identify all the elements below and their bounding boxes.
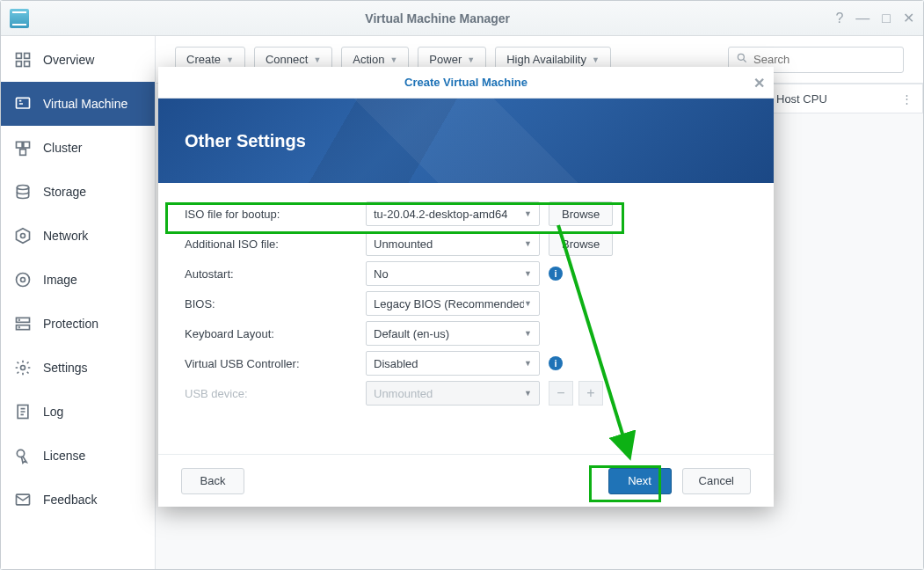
svg-rect-0 <box>17 54 22 59</box>
cluster-icon <box>13 138 33 157</box>
sidebar-item-label: Image <box>43 273 77 287</box>
chevron-down-icon: ▼ <box>313 55 321 64</box>
sidebar-item-protection[interactable]: Protection <box>1 302 155 346</box>
chevron-down-icon: ▼ <box>524 329 532 338</box>
svg-point-11 <box>21 278 25 282</box>
modal-close-icon[interactable]: ✕ <box>753 74 765 91</box>
iso-label: ISO file for bootup: <box>185 208 366 221</box>
window-title: Virtual Machine Manager <box>40 11 835 26</box>
titlebar: Virtual Machine Manager ? — □ ✕ <box>1 1 923 36</box>
iso-browse-button[interactable]: Browse <box>549 201 613 226</box>
maximize-icon[interactable]: □ <box>882 11 891 26</box>
sidebar-item-network[interactable]: Network <box>1 214 155 258</box>
autostart-select[interactable]: No ▼ <box>366 261 540 286</box>
sidebar-item-label: Virtual Machine <box>43 97 127 111</box>
host-cpu-panel[interactable]: Host CPU ⋮ <box>767 84 923 113</box>
feedback-icon <box>13 490 33 509</box>
back-button[interactable]: Back <box>181 468 244 494</box>
help-icon[interactable]: ? <box>835 11 843 26</box>
svg-rect-1 <box>25 54 30 59</box>
row-keyboard: Keyboard Layout: Default (en-us) ▼ <box>185 318 747 348</box>
autostart-label: Autostart: <box>185 267 366 281</box>
sidebar-item-virtual-machine[interactable]: Virtual Machine <box>1 82 155 126</box>
svg-point-20 <box>738 54 744 60</box>
chevron-down-icon: ▼ <box>524 359 532 368</box>
sidebar-item-settings[interactable]: Settings <box>1 346 155 390</box>
window-controls: ? — □ ✕ <box>835 11 914 26</box>
svg-point-10 <box>17 274 30 287</box>
usbdev-select: Unmounted ▼ <box>366 381 540 406</box>
chevron-down-icon: ▼ <box>524 389 532 398</box>
svg-point-18 <box>17 449 24 457</box>
right-panel: Host CPU ⋮ <box>767 84 923 113</box>
chevron-down-icon: ▼ <box>524 209 532 218</box>
cancel-button[interactable]: Cancel <box>682 468 751 494</box>
log-icon <box>13 402 33 421</box>
svg-point-15 <box>18 327 19 328</box>
create-vm-modal: Create Virtual Machine ✕ Other Settings … <box>158 67 774 507</box>
chevron-down-icon: ▼ <box>524 299 532 308</box>
network-icon <box>13 226 33 245</box>
sidebar-item-cluster[interactable]: Cluster <box>1 126 155 170</box>
sidebar-item-image[interactable]: Image <box>1 258 155 302</box>
row-usb-device: USB device: Unmounted ▼ − + <box>185 378 747 408</box>
modal-titlebar: Create Virtual Machine ✕ <box>158 67 774 99</box>
modal-form: ISO file for bootup: tu-20.04.2-desktop-… <box>158 183 774 454</box>
usb-select[interactable]: Disabled ▼ <box>366 351 540 376</box>
modal-hero: Other Settings <box>158 99 774 183</box>
usbdev-value: Unmounted <box>374 387 433 400</box>
kbd-value: Default (en-us) <box>374 327 449 340</box>
sidebar-item-overview[interactable]: Overview <box>1 38 155 82</box>
addiso-browse-button[interactable]: Browse <box>549 231 613 256</box>
svg-rect-3 <box>25 62 30 67</box>
iso-select[interactable]: tu-20.04.2-desktop-amd64 ▼ <box>366 201 540 226</box>
close-icon[interactable]: ✕ <box>903 11 914 26</box>
vm-icon <box>13 94 33 113</box>
kbd-select[interactable]: Default (en-us) ▼ <box>366 321 540 346</box>
svg-point-16 <box>21 366 25 370</box>
next-button[interactable]: Next <box>608 468 672 494</box>
kbd-label: Keyboard Layout: <box>185 327 366 340</box>
info-icon[interactable]: i <box>549 356 563 370</box>
svg-point-14 <box>18 319 19 320</box>
row-autostart: Autostart: No ▼ i <box>185 259 747 289</box>
chevron-down-icon: ▼ <box>226 55 234 64</box>
svg-rect-2 <box>17 62 22 67</box>
usb-label: Virtual USB Controller: <box>185 357 366 370</box>
svg-point-8 <box>17 186 28 190</box>
chevron-down-icon: ▼ <box>524 239 532 248</box>
sidebar-item-license[interactable]: License <box>1 434 155 478</box>
row-bios: BIOS: Legacy BIOS (Recommended) ▼ <box>185 289 747 318</box>
remove-usb-button: − <box>549 381 573 406</box>
sidebar: Overview Virtual Machine Cluster Storage… <box>1 36 156 569</box>
addiso-label: Additional ISO file: <box>185 238 366 251</box>
bios-select[interactable]: Legacy BIOS (Recommended) ▼ <box>366 291 540 316</box>
sidebar-item-label: Settings <box>43 361 88 375</box>
bios-label: BIOS: <box>185 297 366 311</box>
minimize-icon[interactable]: — <box>855 11 869 26</box>
info-icon[interactable]: i <box>549 267 563 281</box>
sidebar-item-storage[interactable]: Storage <box>1 170 155 214</box>
more-icon[interactable]: ⋮ <box>901 92 913 106</box>
sidebar-item-label: Log <box>43 405 63 419</box>
chevron-down-icon: ▼ <box>592 55 600 64</box>
sidebar-item-label: Overview <box>43 53 94 67</box>
row-iso: ISO file for bootup: tu-20.04.2-desktop-… <box>185 199 747 229</box>
chevron-down-icon: ▼ <box>467 55 475 64</box>
sidebar-item-label: Feedback <box>43 493 97 507</box>
chevron-down-icon: ▼ <box>524 269 532 278</box>
search-input[interactable] <box>753 53 901 66</box>
svg-point-9 <box>21 234 25 238</box>
modal-footer: Back Next Cancel <box>158 454 774 507</box>
image-icon <box>13 270 33 289</box>
sidebar-item-log[interactable]: Log <box>1 390 155 434</box>
sidebar-item-label: Protection <box>43 317 98 331</box>
sidebar-item-feedback[interactable]: Feedback <box>1 478 155 522</box>
addiso-select[interactable]: Unmounted ▼ <box>366 231 540 256</box>
search-icon <box>736 52 748 68</box>
sidebar-item-label: License <box>43 449 85 463</box>
license-icon <box>13 446 33 465</box>
modal-step-title: Other Settings <box>185 131 306 151</box>
sidebar-item-label: Network <box>43 229 88 243</box>
svg-rect-7 <box>20 150 26 156</box>
